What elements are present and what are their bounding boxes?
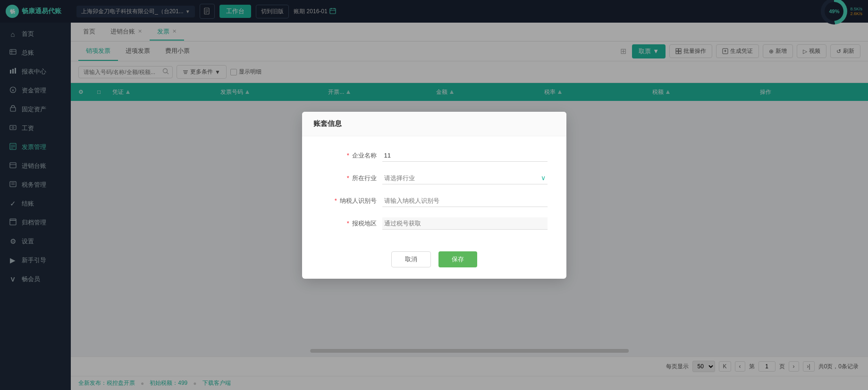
industry-select-wrap: ∨: [382, 172, 548, 184]
industry-dropdown-arrow[interactable]: ∨: [541, 174, 548, 182]
industry-select-input[interactable]: [382, 172, 541, 184]
tax-region-label: * 报税地区: [321, 219, 382, 228]
modal-body: * 企业名称 * 所在行业 ∨ * 纳税人识: [302, 136, 566, 244]
tax-id-label: * 纳税人识别号: [321, 197, 382, 205]
cancel-button[interactable]: 取消: [391, 251, 431, 267]
form-row-tax-id: * 纳税人识别号: [321, 195, 548, 207]
modal-footer: 取消 保存: [302, 244, 566, 267]
industry-label: * 所在行业: [321, 174, 382, 183]
save-button[interactable]: 保存: [438, 251, 477, 267]
company-name-label: * 企业名称: [321, 151, 382, 160]
form-row-company-name: * 企业名称: [321, 149, 548, 162]
tax-region-input: [382, 217, 548, 230]
company-name-input[interactable]: [382, 149, 548, 162]
form-row-industry: * 所在行业 ∨: [321, 172, 548, 184]
modal-dialog: 账套信息 * 企业名称 * 所在行业 ∨: [302, 112, 566, 279]
modal-title: 账套信息: [302, 112, 566, 136]
form-row-tax-region: * 报税地区: [321, 217, 548, 230]
tax-id-input[interactable]: [382, 195, 548, 207]
modal-overlay: 账套信息 * 企业名称 * 所在行业 ∨: [0, 0, 868, 390]
